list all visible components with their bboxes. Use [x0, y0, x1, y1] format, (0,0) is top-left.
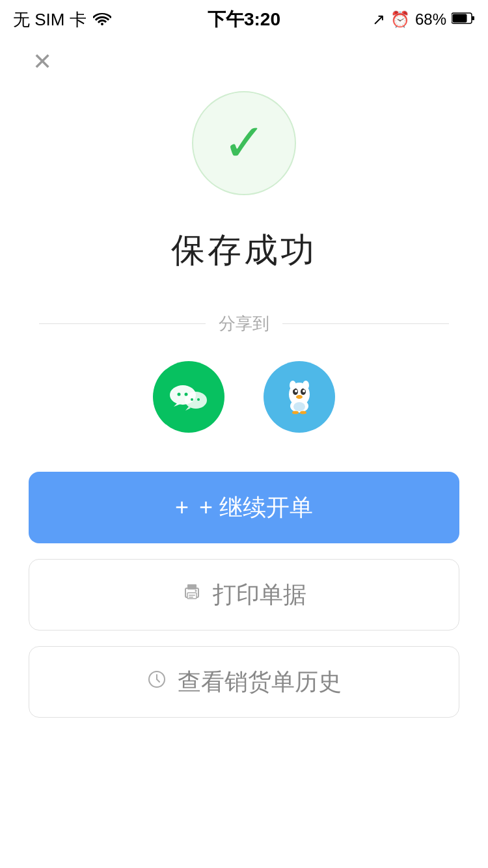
- svg-point-16: [293, 402, 305, 411]
- battery-percent: 68%: [415, 10, 446, 29]
- clock-icon: [146, 669, 167, 695]
- history-button[interactable]: 查看销货单历史: [29, 646, 459, 718]
- svg-point-5: [178, 393, 181, 396]
- checkmark-icon: ✓: [223, 117, 266, 169]
- status-left: 无 SIM 卡: [13, 8, 111, 31]
- share-icons-row: [153, 361, 335, 433]
- svg-point-14: [296, 395, 303, 399]
- share-label: 分享到: [219, 312, 269, 335]
- alarm-icon: ⏰: [390, 10, 410, 29]
- success-circle: ✓: [192, 91, 296, 195]
- svg-point-6: [185, 393, 188, 396]
- print-button[interactable]: 打印单据: [29, 559, 459, 631]
- svg-rect-22: [187, 584, 197, 590]
- share-section: 分享到: [0, 312, 488, 433]
- svg-point-12: [295, 390, 297, 392]
- svg-point-8: [197, 398, 200, 401]
- divider-right: [282, 323, 449, 324]
- main-content: ✓ 保存成功 分享到: [0, 39, 488, 718]
- printer-icon: [182, 582, 202, 608]
- success-title: 保存成功: [171, 228, 317, 273]
- sim-status: 无 SIM 卡: [13, 8, 87, 31]
- svg-point-13: [303, 390, 305, 392]
- svg-rect-2: [453, 14, 467, 23]
- battery-icon: [452, 10, 475, 29]
- status-right: ↗ ⏰ 68%: [372, 10, 475, 29]
- close-icon: ✕: [33, 50, 52, 74]
- plus-icon: +: [175, 494, 189, 521]
- status-time: 下午3:20: [208, 7, 280, 32]
- divider-left: [39, 323, 206, 324]
- svg-point-26: [195, 590, 197, 592]
- svg-point-20: [303, 381, 309, 390]
- divider-row: 分享到: [0, 312, 488, 335]
- svg-point-17: [292, 411, 299, 414]
- location-icon: ↗: [372, 10, 385, 29]
- wechat-share-button[interactable]: [153, 361, 224, 433]
- buttons-section: + + 继续开单 打印单据: [0, 472, 488, 718]
- continue-label: + 继续开单: [199, 492, 313, 524]
- qq-share-button[interactable]: [264, 361, 335, 433]
- svg-rect-25: [189, 597, 193, 598]
- svg-point-19: [290, 381, 296, 390]
- svg-point-7: [191, 398, 193, 401]
- close-button[interactable]: ✕: [26, 46, 59, 78]
- print-label: 打印单据: [213, 579, 306, 611]
- wifi-icon: [93, 10, 111, 30]
- svg-point-4: [185, 392, 207, 409]
- svg-point-18: [300, 411, 306, 414]
- svg-rect-1: [472, 16, 474, 20]
- status-bar: 无 SIM 卡 下午3:20 ↗ ⏰ 68%: [0, 0, 488, 39]
- continue-button[interactable]: + + 继续开单: [29, 472, 459, 543]
- history-label: 查看销货单历史: [178, 666, 342, 698]
- svg-rect-24: [189, 595, 195, 596]
